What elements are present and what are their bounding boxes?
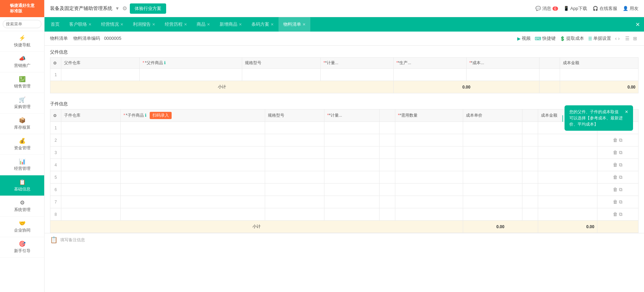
gear-icon[interactable]: ⚙: [53, 113, 57, 118]
tab-home[interactable]: 首页: [46, 17, 64, 32]
child-row-2-extra2: [522, 134, 538, 147]
child-row-1-unit[interactable]: [324, 122, 380, 134]
trial-button[interactable]: 体验行业方案: [130, 3, 166, 14]
child-row-2-amount[interactable]: [538, 134, 597, 147]
sidebar-item-business[interactable]: 📊 经营管理: [0, 155, 44, 175]
sidebar-item-inventory[interactable]: 📦 库存核算: [0, 114, 44, 134]
tab-history[interactable]: 经营历程 ✕: [160, 17, 192, 32]
copy-icon[interactable]: ⧉: [619, 211, 622, 217]
sidebar-item-system[interactable]: ⚙ 系统管理: [0, 196, 44, 217]
close-icon[interactable]: ✕: [120, 22, 123, 27]
copy-icon[interactable]: ⧉: [619, 162, 622, 168]
download-icon: 📱: [564, 6, 569, 11]
child-row-1-quantity[interactable]: [395, 122, 463, 134]
copy-icon[interactable]: ⧉: [619, 187, 622, 192]
close-icon[interactable]: ✕: [207, 22, 210, 27]
copy-icon[interactable]: ⧉: [619, 174, 622, 180]
parent-row-amount[interactable]: [560, 69, 638, 81]
delete-icon[interactable]: 🗑: [613, 187, 618, 192]
dropdown-arrow-icon[interactable]: ▼: [115, 6, 120, 11]
sidebar-item-basic-info[interactable]: 📋 基础信息: [0, 175, 44, 196]
extract-cost-action[interactable]: 💲 提取成本: [560, 35, 584, 42]
scan-button[interactable]: 扫码录入: [150, 112, 172, 119]
tab-barcode[interactable]: 条码方案 ✕: [247, 17, 278, 32]
sidebar-item-guide[interactable]: 🎯 新手引导: [0, 237, 44, 258]
user-menu[interactable]: 👤 用友: [623, 5, 639, 12]
play-icon: ▶: [517, 36, 521, 41]
delete-icon[interactable]: 🗑: [613, 199, 618, 205]
notes-label[interactable]: 填写备注信息: [60, 237, 85, 243]
child-row-2-warehouse[interactable]: [61, 134, 121, 147]
top-header: 装备及固定资产辅助管理系统 ▼ ⚙ 体验行业方案 💬 消息 6 📱 App下载 …: [45, 0, 644, 17]
grid-view-icon[interactable]: ⊞: [632, 35, 639, 42]
gear-icon[interactable]: ⚙: [122, 5, 127, 12]
copy-icon[interactable]: ⧉: [619, 199, 622, 205]
close-icon[interactable]: ✕: [152, 22, 155, 27]
child-row-1-warehouse[interactable]: [61, 122, 121, 134]
page-content: 物料清单 物料清单编码 0000005 ▶ 视频 ⌨ 快捷键: [45, 32, 644, 292]
child-row-2-spec[interactable]: [265, 134, 324, 147]
parent-row-unit[interactable]: [321, 69, 394, 81]
child-col-extra: [380, 109, 395, 122]
sidebar-item-purchase[interactable]: 🛒 采购管理: [0, 93, 44, 114]
gear-icon[interactable]: ⚙: [53, 61, 57, 66]
child-row-1-product[interactable]: [121, 122, 265, 134]
message-label: 消息: [542, 5, 551, 12]
parent-subtotal-row: 小计 0.00 0.00: [50, 81, 639, 93]
sidebar-item-enterprise[interactable]: 🤝 企业协同: [0, 217, 44, 237]
tooltip-close-button[interactable]: ✕: [625, 109, 628, 115]
delete-icon[interactable]: 🗑: [613, 137, 618, 143]
child-row-2-unit[interactable]: [324, 134, 380, 147]
delete-icon[interactable]: 🗑: [613, 150, 618, 155]
tab-new-goods[interactable]: 新增商品 ✕: [215, 17, 247, 32]
child-row-2-product[interactable]: [121, 134, 265, 147]
view-action[interactable]: ▶ 视频: [517, 35, 531, 42]
message-button[interactable]: 💬 消息 6: [535, 5, 558, 12]
prev-arrow-icon[interactable]: ‹: [615, 36, 617, 41]
single-settings-action[interactable]: ☰ 单据设置: [588, 35, 611, 42]
close-icon[interactable]: ✕: [302, 22, 306, 27]
copy-icon[interactable]: ⧉: [619, 137, 622, 143]
parent-row-cost[interactable]: [466, 69, 539, 81]
child-section-title: 子件信息: [50, 97, 639, 109]
child-row-num-6: 6: [50, 184, 61, 196]
tab-goods[interactable]: 商品 ✕: [192, 17, 215, 32]
app-download-button[interactable]: 📱 App下载: [564, 5, 587, 12]
tab-customer-label: 客户联络: [69, 21, 87, 27]
close-icon[interactable]: ✕: [239, 22, 242, 27]
close-icon[interactable]: ✕: [271, 22, 274, 27]
list-view-icon[interactable]: ☰: [624, 35, 631, 42]
tab-profit[interactable]: 利润报告 ✕: [128, 17, 160, 32]
close-icon[interactable]: ✕: [184, 22, 187, 27]
sidebar-item-finance[interactable]: 💰 资金管理: [0, 134, 44, 155]
sidebar-item-quick-nav[interactable]: ⚡ 快捷导航: [0, 31, 44, 52]
child-row-num-2: 2: [50, 134, 61, 147]
child-row-2-unit-cost[interactable]: [463, 134, 522, 147]
parent-row-spec[interactable]: [242, 69, 320, 81]
tab-operation[interactable]: 经营情况 ✕: [96, 17, 128, 32]
delete-icon[interactable]: 🗑: [613, 174, 618, 180]
child-row-1-spec[interactable]: [265, 122, 324, 134]
delete-icon[interactable]: 🗑: [613, 211, 618, 217]
shortcut-action[interactable]: ⌨ 快捷键: [535, 35, 556, 42]
close-all-tabs-button[interactable]: ✕: [633, 21, 643, 28]
parent-row-production[interactable]: [394, 69, 467, 81]
child-row-1-unit-cost[interactable]: [463, 122, 522, 134]
close-icon[interactable]: ✕: [88, 22, 91, 27]
sidebar-item-label: 新手引导: [14, 248, 30, 254]
delete-icon[interactable]: 🗑: [613, 162, 618, 168]
copy-icon[interactable]: ⧉: [619, 150, 622, 155]
online-service-button[interactable]: 🎧 在线客服: [593, 5, 617, 12]
sidebar-item-sales[interactable]: 💹 销售管理: [0, 72, 44, 93]
next-arrow-icon[interactable]: ›: [618, 36, 620, 41]
parent-row-num: 1: [50, 69, 61, 81]
sidebar-item-marketing[interactable]: 📣 营销推广: [0, 52, 44, 72]
child-row-2-quantity[interactable]: [395, 134, 463, 147]
tab-bom[interactable]: 物料清单 ✕: [278, 17, 310, 32]
parent-row-warehouse[interactable]: [61, 69, 140, 81]
app-download-label: App下载: [570, 5, 587, 12]
parent-row-product[interactable]: [140, 69, 242, 81]
parent-subtotal-empty: [539, 81, 560, 93]
search-input[interactable]: [3, 20, 41, 28]
tab-customer[interactable]: 客户联络 ✕: [64, 17, 96, 32]
